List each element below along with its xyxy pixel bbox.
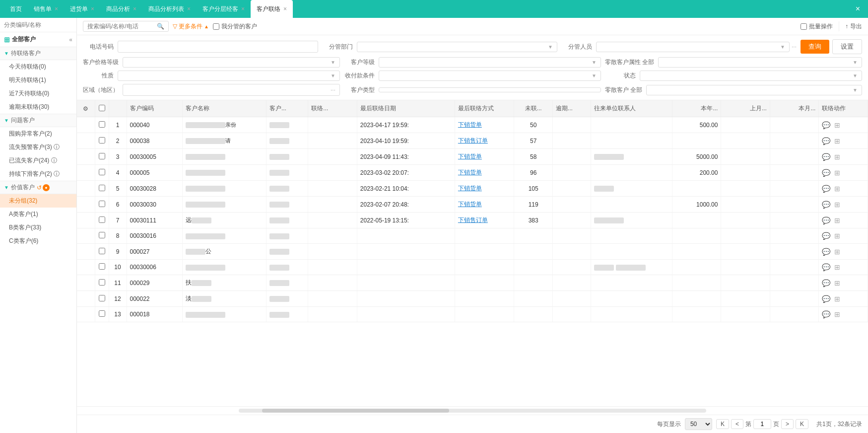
page-number-input[interactable] <box>753 419 771 429</box>
sidebar-item-a-class[interactable]: A类客户(1) <box>0 208 76 221</box>
more-action-icon[interactable]: ⊞ <box>834 169 840 177</box>
row-checkbox[interactable] <box>99 295 105 301</box>
message-icon[interactable]: 💬 <box>822 232 830 240</box>
sidebar-item-c-class[interactable]: C类客户(6) <box>0 234 76 248</box>
sidebar-item-churn-warning[interactable]: 流失预警客户(3) ⓘ <box>0 141 76 154</box>
tab-goods-list-close[interactable]: × <box>187 5 191 12</box>
message-icon[interactable]: 💬 <box>822 279 830 287</box>
more-action-icon[interactable]: ⊞ <box>834 185 840 193</box>
message-icon[interactable]: 💬 <box>822 216 830 224</box>
select-all-checkbox[interactable] <box>99 105 105 111</box>
sidebar-item-7days-pending[interactable]: 近7天待联络(0) <box>0 87 76 100</box>
message-icon[interactable]: 💬 <box>822 185 830 193</box>
tab-goods-analysis-close[interactable]: × <box>133 5 136 12</box>
sidebar-item-abnormal[interactable]: 囤购异常客户(2) <box>0 127 76 141</box>
row-checkbox[interactable] <box>99 153 105 159</box>
more-icon[interactable]: ··· <box>792 43 797 50</box>
settings-column-header[interactable]: ⚙ <box>77 100 95 117</box>
person-select[interactable]: ▼ <box>596 42 790 52</box>
settings-icon[interactable]: ⚙ <box>83 105 88 112</box>
more-action-icon[interactable]: ⊞ <box>834 216 840 224</box>
all-customers-header[interactable]: ⊞ 全部客户 « <box>0 32 76 47</box>
row-checkbox[interactable] <box>99 310 105 317</box>
tab-customer-segment[interactable]: 客户分层经客 × <box>197 0 251 18</box>
customer-type-select[interactable] <box>379 87 601 92</box>
more-action-icon[interactable]: ⊞ <box>834 201 840 209</box>
status-select[interactable]: ▼ <box>640 71 862 81</box>
close-all-button[interactable]: × <box>852 4 864 13</box>
my-customers-checkbox[interactable] <box>213 23 219 30</box>
message-icon[interactable]: 💬 <box>822 310 830 318</box>
message-icon[interactable]: 💬 <box>822 295 830 303</box>
scatter-customer-select[interactable]: ▼ <box>646 85 862 95</box>
message-icon[interactable]: 💬 <box>822 201 830 209</box>
tab-home[interactable]: 首页 <box>4 0 28 18</box>
message-icon[interactable]: 💬 <box>822 121 830 129</box>
tab-purchase[interactable]: 进货单 × <box>64 0 100 18</box>
sidebar-item-today-pending[interactable]: 今天待联络(0) <box>0 60 76 73</box>
more-action-icon[interactable]: ⊞ <box>834 121 840 129</box>
more-action-icon[interactable]: ⊞ <box>834 310 840 318</box>
more-action-icon[interactable]: ⊞ <box>834 153 840 161</box>
row-checkbox[interactable] <box>99 263 105 270</box>
row-checkbox[interactable] <box>99 232 105 238</box>
sidebar-item-ungrouped[interactable]: 未分组(32) <box>0 194 76 208</box>
next-page-button[interactable]: > <box>781 419 794 429</box>
tab-customer-contact-close[interactable]: × <box>283 5 287 12</box>
tab-goods-analysis[interactable]: 商品分析 × <box>100 0 142 18</box>
query-button[interactable]: 查询 <box>801 40 829 54</box>
message-icon[interactable]: 💬 <box>822 248 830 256</box>
tab-customer-contact[interactable]: 客户联络 × <box>251 0 293 18</box>
last-way-link[interactable]: 下销售订单 <box>458 137 488 144</box>
row-checkbox[interactable] <box>99 169 105 175</box>
row-checkbox[interactable] <box>99 185 105 191</box>
customer-level-select[interactable]: ▼ <box>379 57 601 68</box>
export-button[interactable]: ↑ 导出 <box>845 22 862 31</box>
tab-sales-close[interactable]: × <box>55 5 58 12</box>
message-icon[interactable]: 💬 <box>822 169 830 177</box>
more-action-icon[interactable]: ⊞ <box>834 137 840 145</box>
sidebar-item-overdue-pending[interactable]: 逾期未联络(30) <box>0 100 76 114</box>
tab-goods-list[interactable]: 商品分析列表 × <box>142 0 197 18</box>
last-way-link[interactable]: 下销货单 <box>458 169 482 176</box>
row-checkbox[interactable] <box>99 248 105 254</box>
scatter-attr-select[interactable]: ▼ <box>658 57 862 68</box>
nature-select[interactable]: ▼ <box>118 71 340 81</box>
sidebar-search-input[interactable] <box>4 21 77 28</box>
last-way-link[interactable]: 下销货单 <box>458 201 482 208</box>
payment-select[interactable]: ▼ <box>379 71 601 81</box>
search-icon[interactable]: 🔍 <box>157 23 164 30</box>
last-way-link[interactable]: 下销货单 <box>458 153 482 160</box>
batch-ops-button[interactable]: 批量操作 <box>801 22 833 31</box>
message-icon[interactable]: 💬 <box>822 137 830 145</box>
last-page-button[interactable]: K <box>796 419 808 429</box>
problem-section-header[interactable]: ▼ 问题客户 <box>0 114 76 127</box>
more-action-icon[interactable]: ⊞ <box>834 248 840 256</box>
search-input[interactable] <box>87 23 157 30</box>
more-conditions-button[interactable]: ▽ 更多条件 ▲ <box>173 22 209 31</box>
tab-sales[interactable]: 销售单 × <box>28 0 64 18</box>
more-action-icon[interactable]: ⊞ <box>834 263 840 271</box>
message-icon[interactable]: 💬 <box>822 263 830 271</box>
row-checkbox[interactable] <box>99 137 105 144</box>
more-action-icon[interactable]: ⊞ <box>834 295 840 303</box>
batch-checkbox[interactable] <box>801 23 807 30</box>
sidebar-item-b-class[interactable]: B类客户(33) <box>0 221 76 234</box>
my-customers-check[interactable]: 我分管的客户 <box>213 22 257 31</box>
price-level-select[interactable]: ▼ <box>123 57 340 68</box>
region-more-icon[interactable]: ··· <box>331 86 335 93</box>
row-checkbox[interactable] <box>99 121 105 128</box>
dept-select[interactable]: ▼ <box>357 42 557 52</box>
message-icon[interactable]: 💬 <box>822 153 830 161</box>
collapse-button[interactable]: « <box>69 36 72 43</box>
row-checkbox[interactable] <box>99 216 105 223</box>
row-checkbox[interactable] <box>99 279 105 286</box>
first-page-button[interactable]: K <box>716 419 729 429</box>
tab-purchase-close[interactable]: × <box>91 5 94 12</box>
pending-section-header[interactable]: ▼ 待联络客户 <box>0 47 76 60</box>
page-size-select[interactable]: 50 20 100 <box>685 418 712 430</box>
sidebar-item-tomorrow-pending[interactable]: 明天待联络(1) <box>0 73 76 87</box>
value-section-header[interactable]: ▼ 价值客户 ↺ ● <box>0 181 76 194</box>
last-way-link[interactable]: 下销货单 <box>458 185 482 192</box>
more-action-icon[interactable]: ⊞ <box>834 232 840 240</box>
